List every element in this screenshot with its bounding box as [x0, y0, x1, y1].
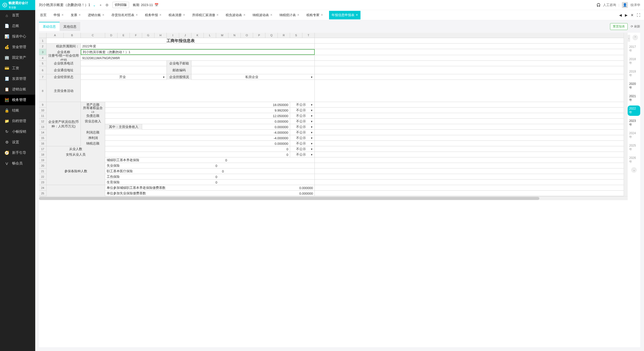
row-header[interactable]: 12	[39, 119, 47, 124]
year-down-icon[interactable]: ⌄	[631, 167, 637, 173]
close-icon[interactable]: ✕	[136, 13, 138, 17]
cell-value[interactable]	[81, 80, 315, 102]
year-2024年[interactable]: 2024年	[628, 130, 640, 141]
row-header[interactable]: 5	[39, 61, 47, 66]
tab-9[interactable]: 纳税波动表✕	[252, 11, 273, 19]
cell-select[interactable]: 不公示▼	[290, 141, 315, 146]
cell-select[interactable]: 不公示▼	[290, 108, 315, 113]
reset-report-button[interactable]: 重置报表	[610, 23, 628, 30]
base-row[interactable]: 单位参加失业保险缴费基数0.000000	[105, 191, 315, 196]
cell-value[interactable]	[191, 66, 315, 74]
close-icon[interactable]: ✕	[159, 13, 162, 17]
base-row[interactable]: 单位参加城镇职工基本养老保险缴费基数0.000000	[105, 185, 315, 191]
sidebar-item-1[interactable]: 📄总账	[0, 21, 35, 31]
row-header[interactable]: 4	[39, 55, 47, 60]
row-header[interactable]: 8	[39, 80, 47, 102]
cell-select[interactable]: 不公示▼	[290, 146, 315, 152]
row-header[interactable]: 18	[39, 152, 47, 157]
tab-next-icon[interactable]: ▶	[625, 13, 628, 17]
cell-value[interactable]: 刘小艳演示账套（勿删勿动！）1	[81, 49, 315, 55]
tab-10[interactable]: 纳税统计表✕	[278, 11, 300, 19]
tab-3[interactable]: 进销台账✕	[87, 11, 105, 19]
tab-1[interactable]: 申报✕	[53, 11, 65, 19]
insurance-row[interactable]: 职工基本医疗保险0	[105, 168, 315, 174]
account-selector[interactable]: 刘小艳演示账套（勿删勿动！）1 ⌄	[39, 3, 96, 7]
close-icon[interactable]: ✕	[78, 13, 81, 17]
year-2023年[interactable]: 2023年	[628, 118, 640, 128]
row-header[interactable]: 15	[39, 135, 47, 141]
cell-value[interactable]: 91320811MA7NGR2W6R	[81, 55, 315, 61]
cell-select[interactable]: 不公示▼	[290, 119, 315, 124]
tab-11[interactable]: 税检专家✕	[305, 11, 324, 19]
cell-select[interactable]: 不公示▼	[290, 102, 315, 108]
calendar-icon[interactable]: 📅	[154, 3, 158, 7]
gear-icon[interactable]: ⚙	[105, 3, 109, 7]
support-link[interactable]: 人工咨询	[603, 3, 616, 7]
year-2020年[interactable]: 2020年	[628, 81, 640, 91]
user-name[interactable]: 徐泽华	[630, 3, 640, 7]
avatar-icon[interactable]: 👤	[622, 2, 628, 8]
row-header[interactable]: 25	[39, 191, 47, 196]
insurance-row[interactable]: 失业保险0	[105, 163, 315, 168]
row-header[interactable]: 14	[39, 130, 47, 135]
cell-value[interactable]: 18.050000	[105, 102, 290, 108]
year-up-icon[interactable]: ⌃	[632, 35, 638, 40]
row-header[interactable]: 19	[39, 157, 47, 163]
row-header[interactable]: 16	[39, 141, 47, 146]
cell-value[interactable]: 0	[105, 152, 290, 157]
sidebar-item-8[interactable]: 🧮税务管理	[0, 95, 35, 105]
year-2021年[interactable]: 2021年	[628, 93, 640, 103]
cell-select[interactable]: 不公示▼	[290, 113, 315, 119]
sidebar-item-3[interactable]: 💰资金管理	[0, 42, 35, 52]
insurance-row[interactable]: 城镇职工基本养老保险0	[105, 157, 315, 163]
tab-4[interactable]: 存货别名对照表✕	[110, 11, 139, 19]
year-2025年[interactable]: 2025年	[628, 143, 640, 153]
close-icon[interactable]: ✕	[243, 13, 246, 17]
tab-6[interactable]: 税表清册✕	[168, 11, 186, 19]
year-2019年[interactable]: 2019年	[628, 68, 640, 79]
cell-value[interactable]	[81, 66, 167, 74]
row-header[interactable]: 6	[39, 66, 47, 74]
row-header[interactable]: 20	[39, 163, 47, 168]
row-header[interactable]: 21	[39, 168, 47, 174]
subtab-other[interactable]: 其他信息	[60, 22, 80, 31]
switch-old-button[interactable]: 切到旧版	[112, 2, 129, 8]
vertical-scrollbar[interactable]	[624, 33, 628, 196]
tab-5[interactable]: 税务申报✕	[144, 11, 163, 19]
close-icon[interactable]: ✕	[183, 13, 185, 17]
sidebar-item-5[interactable]: 💳工资	[0, 63, 35, 74]
tab-0[interactable]: 首页	[39, 11, 48, 19]
spreadsheet[interactable]: ABCDEFGHIJKLMNOPQRST1工商年报信息表2税款所属期间：2022…	[39, 33, 628, 347]
cell-value[interactable]: 2022年度	[81, 44, 315, 49]
cell-value[interactable]: 9.992000	[105, 108, 290, 113]
insurance-row[interactable]: 工伤保险0	[105, 174, 315, 180]
tab-8[interactable]: 税负波动表✕	[225, 11, 247, 19]
row-header[interactable]: 2	[39, 44, 47, 49]
row-header[interactable]: 13	[39, 124, 47, 130]
fullscreen-icon[interactable]: ⛶	[637, 13, 640, 17]
row-header[interactable]: 11	[39, 113, 47, 119]
tab-close-all-icon[interactable]: ✕	[631, 13, 634, 17]
add-icon[interactable]: +	[100, 3, 102, 7]
cell-value[interactable]: 12.050000	[105, 113, 290, 119]
cell-select[interactable]: 开业▼	[81, 74, 167, 80]
year-2022年[interactable]: 2022年	[628, 106, 640, 116]
row-header[interactable]: 7	[39, 74, 47, 80]
row-header[interactable]: 3	[39, 49, 47, 55]
sidebar-item-6[interactable]: 🧾发票管理	[0, 74, 35, 84]
panel-collapse-handle[interactable]: ‹	[628, 35, 630, 42]
cell-select[interactable]: 私营企业▼	[191, 74, 315, 80]
cell-value[interactable]	[191, 61, 315, 66]
row-header[interactable]: 22	[39, 174, 47, 180]
sidebar-item-7[interactable]: 📋进销台账	[0, 84, 35, 95]
close-icon[interactable]: ✕	[61, 13, 64, 17]
tab-12[interactable]: 年报信息申报表✕	[329, 11, 360, 19]
cell-select[interactable]: 不公示▼	[290, 152, 315, 157]
cell-value[interactable]	[81, 61, 167, 66]
insurance-row[interactable]: 生育保险0	[105, 180, 315, 185]
sidebar-item-10[interactable]: 📁归档管理	[0, 116, 35, 126]
row-header[interactable]: 9	[39, 102, 47, 108]
cell-value[interactable]: 0.000000	[105, 141, 290, 146]
row-header[interactable]: 24	[39, 185, 47, 190]
horizontal-scrollbar[interactable]	[39, 196, 628, 200]
